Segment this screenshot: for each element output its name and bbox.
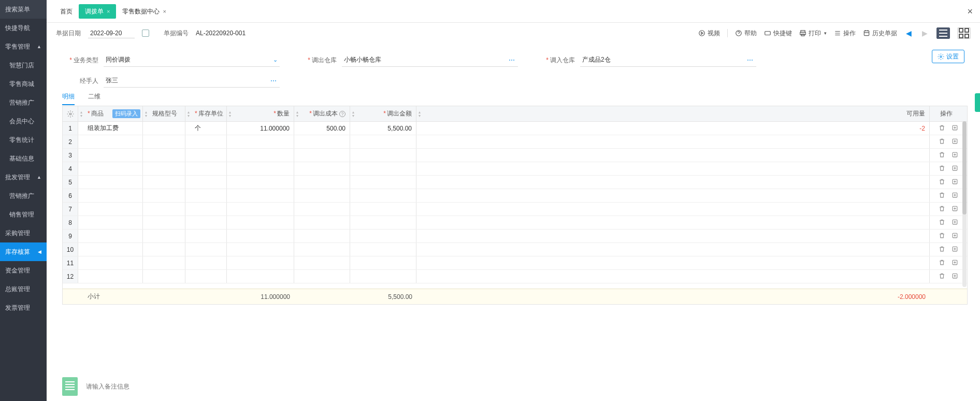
add-row-icon[interactable] (950, 205, 960, 213)
delete-row-icon[interactable] (937, 273, 947, 281)
handler-input[interactable]: 张三⋯ (104, 74, 280, 88)
print-button[interactable]: 打印▾ (799, 29, 827, 38)
sidebar-item-retailmall[interactable]: 零售商城 (0, 75, 47, 93)
sidebar-item-retail[interactable]: 零售管理▲ (0, 37, 47, 56)
shortcut-button[interactable]: 快捷键 (764, 29, 792, 38)
tab-retaildata[interactable]: 零售数据中心× (116, 4, 172, 19)
table-row[interactable]: 11 (63, 256, 967, 270)
right-drawer-handle[interactable] (975, 93, 980, 112)
sidebar-item-marketing1[interactable]: 营销推广 (0, 93, 47, 112)
sidebar-item-smartstore[interactable]: 智慧门店 (0, 56, 47, 75)
add-row-icon[interactable] (950, 219, 960, 227)
sidebar-item-quicknav[interactable]: 快捷导航 (0, 19, 47, 37)
delete-row-icon[interactable] (937, 205, 947, 213)
sidebar-item-search[interactable]: 搜索菜单 (0, 0, 47, 19)
sidebar-item-member[interactable]: 会员中心 (0, 112, 47, 131)
table-row[interactable]: 7 (63, 203, 967, 216)
close-icon[interactable]: × (107, 4, 110, 19)
tab-home[interactable]: 首页 (54, 4, 79, 19)
add-row-icon[interactable] (950, 138, 960, 146)
more-icon[interactable]: ⋯ (747, 56, 754, 64)
sidebar-item-purchase[interactable]: 采购管理 (0, 224, 47, 242)
history-button[interactable]: 历史单据 (863, 29, 897, 38)
grid-gear-button[interactable] (63, 106, 78, 121)
col-outcost[interactable]: ▴▾调出成本? (294, 106, 350, 121)
add-row-icon[interactable] (950, 246, 960, 254)
inwh-input[interactable]: 产成品2仓⋯ (580, 53, 756, 67)
remark-input[interactable] (86, 383, 968, 390)
table-row[interactable]: 8 (63, 216, 967, 230)
sidebar-item-wholesale[interactable]: 批发管理▲ (0, 168, 47, 187)
scan-badge[interactable]: 扫码录入 (112, 109, 140, 118)
table-row[interactable]: 3 (63, 149, 967, 162)
sidebar-item-inventory[interactable]: 库存核算◀ (0, 242, 47, 261)
close-icon[interactable]: × (163, 4, 166, 19)
col-product[interactable]: ▴▾商品扫码录入 (78, 106, 143, 121)
col-spec[interactable]: ▴▾规格型号 (143, 106, 185, 121)
delete-row-icon[interactable] (937, 151, 947, 160)
next-doc-button[interactable]: ▶ (920, 29, 929, 37)
add-row-icon[interactable] (950, 273, 960, 281)
tab-transfer[interactable]: 调拨单× (79, 4, 116, 19)
config-button[interactable]: 设置 (932, 50, 964, 63)
sidebar-item-sales[interactable]: 销售管理 (0, 205, 47, 224)
delete-row-icon[interactable] (937, 232, 947, 240)
add-row-icon[interactable] (950, 178, 960, 187)
col-ops: 操作 (930, 106, 967, 121)
view-card-button[interactable] (957, 27, 971, 39)
delete-row-icon[interactable] (937, 246, 947, 254)
help-button[interactable]: 帮助 (735, 29, 757, 38)
date-input[interactable]: 2022-09-20 (88, 28, 135, 38)
table-row[interactable]: 6 (63, 189, 967, 203)
col-unit[interactable]: ▴▾库存单位 (185, 106, 227, 121)
table-row[interactable]: 12 (63, 270, 967, 283)
table-row[interactable]: 9 (63, 230, 967, 243)
chevron-left-icon: ◀ (38, 242, 41, 261)
more-icon[interactable]: ⋯ (509, 56, 516, 64)
ops-button[interactable]: 操作 (834, 29, 856, 38)
table-row[interactable]: 1组装加工费个11.000000500.005,500.00-2 (63, 122, 967, 135)
close-all-icon[interactable]: × (967, 6, 973, 17)
chevron-down-icon[interactable]: ⌄ (273, 56, 278, 63)
add-row-icon[interactable] (950, 124, 960, 133)
outwh-label: 调出仓库 (300, 56, 337, 65)
table-row[interactable]: 2 (63, 135, 967, 149)
sidebar-item-retailstats[interactable]: 零售统计 (0, 131, 47, 149)
info-icon: ? (339, 111, 345, 117)
sidebar-item-basicinfo[interactable]: 基础信息 (0, 149, 47, 168)
more-icon[interactable]: ⋯ (270, 77, 278, 84)
delete-row-icon[interactable] (937, 219, 947, 227)
delete-row-icon[interactable] (937, 259, 947, 267)
scrollbar-thumb[interactable] (962, 121, 967, 214)
subtab-detail[interactable]: 明细 (62, 92, 75, 105)
delete-row-icon[interactable] (937, 192, 947, 200)
add-row-icon[interactable] (950, 232, 960, 240)
calendar-icon[interactable] (142, 30, 149, 37)
table-row[interactable]: 10 (63, 243, 967, 256)
sidebar-item-invoice[interactable]: 发票管理 (0, 298, 47, 317)
biztype-input[interactable]: 同价调拨⌄ (104, 53, 280, 67)
subtab-2d[interactable]: 二维 (88, 92, 100, 105)
col-outamt[interactable]: ▴▾调出金额 (350, 106, 416, 121)
col-avail[interactable]: ▴▾可用量 (416, 106, 930, 121)
prev-doc-button[interactable]: ◀ (904, 29, 913, 37)
add-row-icon[interactable] (950, 259, 960, 267)
add-row-icon[interactable] (950, 165, 960, 173)
col-qty[interactable]: ▴▾数量 (227, 106, 294, 121)
delete-row-icon[interactable] (937, 124, 947, 133)
delete-row-icon[interactable] (937, 165, 947, 173)
outwh-input[interactable]: 小畅小畅仓库⋯ (342, 53, 518, 67)
sidebar-item-ledger[interactable]: 总账管理 (0, 280, 47, 298)
sidebar-item-marketing2[interactable]: 营销推广 (0, 187, 47, 205)
add-row-icon[interactable] (950, 192, 960, 200)
delete-row-icon[interactable] (937, 138, 947, 146)
table-row[interactable]: 4 (63, 162, 967, 176)
note-icon[interactable] (62, 377, 78, 396)
view-list-button[interactable] (936, 27, 950, 39)
delete-row-icon[interactable] (937, 178, 947, 187)
sidebar-item-funds[interactable]: 资金管理 (0, 261, 47, 280)
video-button[interactable]: 视频 (698, 29, 720, 38)
add-row-icon[interactable] (950, 151, 960, 160)
docno-label: 单据编号 (164, 29, 189, 38)
table-row[interactable]: 5 (63, 176, 967, 189)
